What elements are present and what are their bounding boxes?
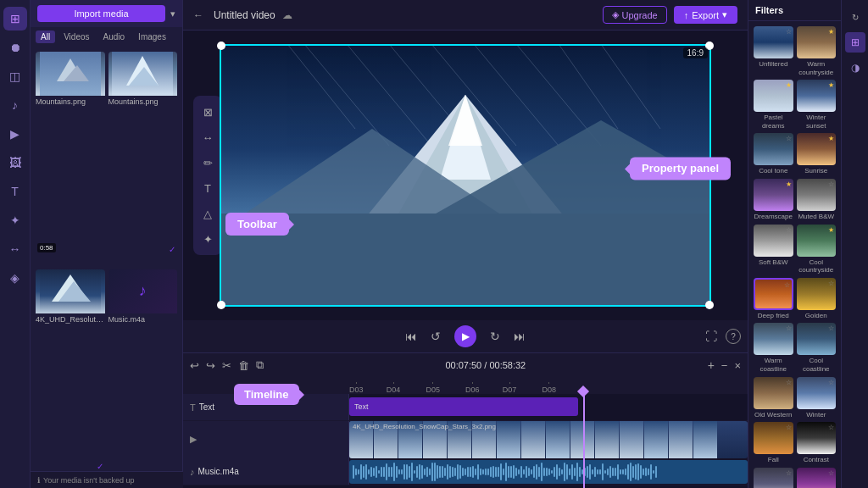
sidebar-item-music[interactable]: ♪	[3, 93, 27, 117]
list-item[interactable]: ☆Unfiltered	[754, 26, 793, 76]
list-item[interactable]: ♪ Music.m4a	[108, 269, 178, 484]
filter-thumbnail: ★	[754, 179, 793, 211]
list-item[interactable]: ★Pastel dreams	[754, 80, 793, 130]
list-item[interactable]: ★Cool countryside	[797, 225, 837, 274]
import-media-button[interactable]: Import media	[37, 5, 165, 22]
list-item[interactable]: ★Winter sunset	[797, 80, 837, 130]
ruler-mark: D06	[465, 377, 480, 394]
media-tab-images[interactable]: Images	[133, 30, 171, 43]
audio-bar	[467, 467, 469, 477]
list-item[interactable]: ☆Deep fried	[754, 278, 793, 320]
video-frame	[620, 421, 643, 458]
audio-bar	[592, 469, 593, 474]
duplicate-button[interactable]: ⧉	[256, 358, 264, 372]
list-item[interactable]: ☆Fall	[754, 422, 793, 464]
media-tab-audio[interactable]: Audio	[98, 30, 131, 43]
play-button[interactable]: ▶	[454, 325, 476, 347]
audio-clip[interactable]: // Generate audio bars - will be added d…	[349, 460, 748, 484]
video-frame	[521, 421, 545, 458]
fast-forward-button[interactable]: ↻	[490, 330, 500, 343]
timeline-options-button[interactable]: −	[721, 359, 728, 372]
timeline-playhead[interactable]	[583, 394, 585, 488]
audio-bar	[526, 466, 527, 477]
media-tab-videos[interactable]: Videos	[58, 30, 94, 43]
sidebar-adjust-icon[interactable]: ◑	[845, 58, 865, 78]
list-item[interactable]: ☆35mm	[754, 468, 793, 488]
sidebar-item-templates[interactable]: ◫	[3, 64, 27, 88]
help-button[interactable]: ?	[726, 329, 741, 344]
filter-label: Unfiltered	[754, 60, 793, 69]
list-item[interactable]: ★Dreamscape	[754, 179, 793, 221]
media-options-icon[interactable]: ▾	[170, 8, 175, 19]
audio-bar	[398, 469, 400, 475]
list-item[interactable]: 0:58 Mountains.png	[36, 52, 105, 266]
timeline-close-button[interactable]: ×	[734, 359, 741, 372]
sidebar-item-graphics[interactable]: ✦	[3, 208, 27, 232]
video-clip[interactable]: 4K_UHD_Resolution_SnowCap_Stars_3x2.png	[349, 421, 748, 458]
sidebar-item-media[interactable]: ⊞	[3, 7, 27, 30]
track-body-audio[interactable]: // Generate audio bars - will be added d…	[349, 458, 748, 485]
track-body-text[interactable]: Text	[349, 394, 748, 420]
skip-start-button[interactable]: ⏮	[405, 330, 417, 343]
playback-controls: ⏮ ↺ ▶ ↻ ⏭ ⛶ ?	[183, 320, 748, 352]
text-clip[interactable]: Text	[349, 397, 578, 416]
cut-button[interactable]: ✂	[222, 359, 231, 372]
back-icon[interactable]: ←	[193, 9, 203, 21]
list-item[interactable]: ☆Golden	[797, 278, 837, 320]
sidebar-item-stock-images[interactable]: 🖼	[3, 151, 27, 175]
list-item[interactable]: ☆Warm coastline	[754, 323, 793, 373]
shape-button[interactable]: △	[197, 202, 219, 225]
sidebar-item-text[interactable]: T	[3, 180, 27, 203]
track-body-video[interactable]: 4K_UHD_Resolution_SnowCap_Stars_3x2.png	[349, 421, 748, 458]
list-item[interactable]: ☆Old Western	[754, 377, 793, 419]
sticker-button[interactable]: ✦	[197, 228, 219, 250]
list-item[interactable]: ☆Contrast	[797, 422, 837, 464]
list-item[interactable]: ✓ Mountains.png	[108, 52, 178, 266]
redo-button[interactable]: ↪	[206, 359, 215, 372]
sidebar-filters-icon[interactable]: ⊞	[845, 32, 865, 53]
list-item[interactable]: ☆Euphoric	[797, 468, 837, 488]
audio-bar	[465, 469, 466, 475]
list-item[interactable]: ☆Soft B&W	[754, 225, 793, 274]
transform-button[interactable]: ↔	[197, 126, 219, 148]
sidebar-item-brand[interactable]: ◈	[3, 266, 27, 290]
skip-end-button[interactable]: ⏭	[514, 330, 526, 343]
filter-thumbnail: ☆	[754, 468, 793, 488]
list-item[interactable]: ★Warm countryside	[797, 26, 837, 76]
audio-bar	[485, 469, 487, 476]
media-label: Mountains.png	[108, 96, 178, 108]
undo-button[interactable]: ↩	[190, 359, 199, 372]
upload-icon: ↑	[684, 10, 689, 20]
audio-bar	[383, 467, 385, 478]
draw-button[interactable]: ✏	[197, 152, 219, 174]
sidebar-item-stock-video[interactable]: ▶	[3, 122, 27, 146]
text-tool-button[interactable]: T	[197, 177, 219, 199]
list-item[interactable]: ☆Cool coastline	[797, 323, 837, 373]
add-track-button[interactable]: +	[708, 358, 715, 372]
favorite-empty-icon: ☆	[786, 324, 792, 332]
fullscreen-button[interactable]: ⛶	[705, 330, 717, 343]
export-button[interactable]: ↑ Export ▾	[674, 6, 737, 24]
media-tab-all[interactable]: All	[36, 30, 55, 43]
list-item[interactable]: ✓ 4K_UHD_Resolutio...	[36, 269, 105, 484]
audio-bar	[459, 465, 461, 480]
sidebar-item-record[interactable]: ⏺	[3, 36, 27, 59]
ruler-mark: D08	[542, 377, 556, 394]
list-item[interactable]: ★Sunrise	[797, 133, 837, 175]
audio-bar	[437, 465, 438, 480]
list-item[interactable]: ☆Winter	[797, 377, 837, 419]
rewind-button[interactable]: ↺	[431, 330, 441, 343]
list-item[interactable]: ☆Muted B&W	[797, 179, 837, 221]
crop-tool-button[interactable]: ⊠	[197, 101, 219, 123]
upgrade-button[interactable]: ◈ Upgrade	[603, 6, 667, 24]
filter-label: Sunrise	[797, 167, 837, 175]
audio-bar	[487, 469, 489, 476]
audio-bar	[648, 469, 649, 476]
delete-button[interactable]: 🗑	[238, 359, 249, 372]
favorite-empty-icon: ☆	[828, 424, 834, 431]
list-item[interactable]: ☆Cool tone	[754, 133, 793, 175]
sidebar-item-transitions[interactable]: ↔	[3, 237, 27, 261]
audio-bar	[403, 464, 405, 479]
audio-bar	[500, 463, 502, 480]
sidebar-turn-icon[interactable]: ↻	[845, 7, 865, 27]
